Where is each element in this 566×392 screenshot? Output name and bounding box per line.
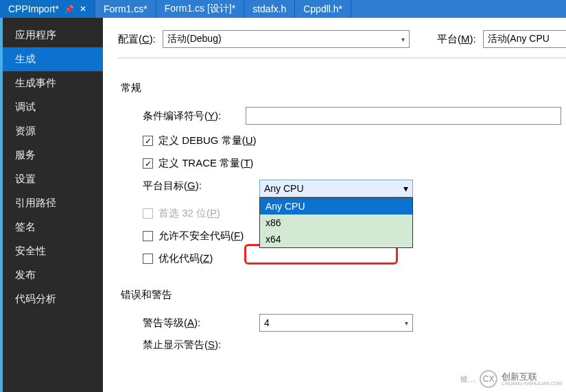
sidebar-item-app[interactable]: 应用程序 bbox=[3, 23, 103, 47]
main-area: 应用程序 生成 生成事件 调试 资源 服务 设置 引用路径 签名 安全性 发布 … bbox=[0, 18, 566, 392]
warn-level-label: 警告等级(A): bbox=[143, 317, 259, 330]
document-tabs: CPPImport* 📌 ✕ Form1.cs* Form1.cs [设计]* … bbox=[0, 0, 566, 18]
platform-target-dropdown: Any CPU ▾ Any CPU x86 x64 bbox=[259, 180, 413, 197]
config-select-value: 活动(Debug) bbox=[167, 33, 222, 45]
tab-form1cs-design[interactable]: Form1.cs [设计]* bbox=[156, 0, 244, 18]
prefer32-checkbox bbox=[143, 208, 153, 219]
chevron-down-icon: ▾ bbox=[403, 183, 408, 194]
sidebar-item-resources[interactable]: 资源 bbox=[3, 119, 103, 143]
sidebar-item-refpaths[interactable]: 引用路径 bbox=[3, 191, 103, 215]
sidebar-item-services[interactable]: 服务 bbox=[3, 143, 103, 167]
sidebar-item-security[interactable]: 安全性 bbox=[3, 239, 103, 263]
section-errors: 错误和警告 bbox=[121, 289, 566, 302]
sidebar-item-analysis[interactable]: 代码分析 bbox=[3, 287, 103, 311]
platform-target-row: 平台目标(G): Any CPU ▾ Any CPU x86 x64 bbox=[143, 180, 566, 197]
watermark: 彼… CX 创新互联 CHUANG·XINHULIAN.COM bbox=[460, 370, 562, 388]
watermark-sub: CHUANG·XINHULIAN.COM bbox=[502, 381, 562, 386]
tab-cppimport[interactable]: CPPImport* 📌 ✕ bbox=[0, 0, 95, 18]
trace-const-label: 定义 TRACE 常量(T) bbox=[158, 157, 253, 170]
tab-stdafx[interactable]: stdafx.h bbox=[244, 0, 295, 18]
platform-target-select[interactable]: Any CPU ▾ bbox=[259, 180, 413, 197]
trace-const-checkbox[interactable] bbox=[143, 158, 153, 169]
sidebar-item-build[interactable]: 生成 bbox=[3, 47, 103, 71]
optimize-row: 优化代码(Z) bbox=[143, 252, 566, 265]
close-icon[interactable]: ✕ bbox=[80, 4, 86, 14]
sidebar-item-settings[interactable]: 设置 bbox=[3, 167, 103, 191]
platform-target-value: Any CPU bbox=[264, 183, 304, 194]
platform-target-label: 平台目标(G): bbox=[143, 180, 259, 193]
suppress-row: 禁止显示警告(S): bbox=[143, 339, 566, 352]
optimize-checkbox[interactable] bbox=[143, 254, 153, 264]
cond-symbols-label: 条件编译符号(Y): bbox=[143, 110, 246, 123]
tab-label: Cppdll.h* bbox=[303, 3, 342, 14]
platform-option-x86[interactable]: x86 bbox=[260, 215, 412, 231]
cond-symbols-row: 条件编译符号(Y): bbox=[143, 107, 566, 125]
unsafe-checkbox[interactable] bbox=[143, 231, 153, 241]
watermark-text: 创新互联 bbox=[502, 372, 562, 381]
tab-label: CPPImport* bbox=[8, 3, 59, 14]
prefer32-label: 首选 32 位(P) bbox=[158, 207, 220, 220]
sidebar-item-signing[interactable]: 签名 bbox=[3, 215, 103, 239]
sidebar-item-debug[interactable]: 调试 bbox=[3, 95, 103, 119]
chevron-down-icon: ▾ bbox=[401, 36, 405, 43]
build-settings-panel: 配置(C): 活动(Debug) ▾ 平台(M): 活动(Any CPU 常规 … bbox=[103, 18, 566, 392]
warn-level-row: 警告等级(A): 4 ▾ bbox=[143, 314, 566, 332]
unsafe-label: 允许不安全代码(F) bbox=[158, 230, 244, 243]
tab-label: Form1.cs* bbox=[104, 3, 148, 14]
config-select[interactable]: 活动(Debug) ▾ bbox=[163, 30, 410, 48]
warn-level-value: 4 bbox=[264, 317, 270, 328]
platform-config-select[interactable]: 活动(Any CPU bbox=[483, 30, 566, 48]
pin-icon[interactable]: 📌 bbox=[64, 5, 74, 14]
warn-level-select[interactable]: 4 ▾ bbox=[259, 314, 413, 332]
sidebar-item-build-events[interactable]: 生成事件 bbox=[3, 71, 103, 95]
debug-const-label: 定义 DEBUG 常量(U) bbox=[158, 134, 257, 147]
config-label: 配置(C): bbox=[118, 33, 156, 46]
tab-label: Form1.cs [设计]* bbox=[165, 3, 235, 15]
suppress-label: 禁止显示警告(S): bbox=[143, 339, 259, 352]
settings-sidebar: 应用程序 生成 生成事件 调试 资源 服务 设置 引用路径 签名 安全性 发布 … bbox=[0, 18, 103, 392]
platform-option-x64[interactable]: x64 bbox=[260, 231, 412, 247]
sidebar-item-publish[interactable]: 发布 bbox=[3, 263, 103, 287]
platform-option-anycpu[interactable]: Any CPU bbox=[260, 198, 412, 215]
section-general: 常规 bbox=[121, 82, 566, 95]
platform-config-value: 活动(Any CPU bbox=[488, 33, 550, 45]
cond-symbols-input[interactable] bbox=[246, 107, 561, 125]
platform-config-label: 平台(M): bbox=[437, 33, 476, 46]
config-row: 配置(C): 活动(Debug) ▾ 平台(M): 活动(Any CPU bbox=[118, 30, 566, 48]
debug-const-checkbox[interactable] bbox=[143, 136, 153, 146]
watermark-logo: CX bbox=[480, 370, 497, 388]
tab-label: stdafx.h bbox=[252, 3, 286, 14]
chevron-down-icon: ▾ bbox=[405, 319, 408, 327]
optimize-label: 优化代码(Z) bbox=[158, 252, 213, 265]
trace-const-row: 定义 TRACE 常量(T) bbox=[143, 157, 566, 170]
debug-const-row: 定义 DEBUG 常量(U) bbox=[143, 134, 566, 147]
platform-target-options: Any CPU x86 x64 bbox=[259, 197, 413, 248]
tab-form1cs[interactable]: Form1.cs* bbox=[95, 0, 156, 18]
tab-cppdll[interactable]: Cppdll.h* bbox=[295, 0, 351, 18]
